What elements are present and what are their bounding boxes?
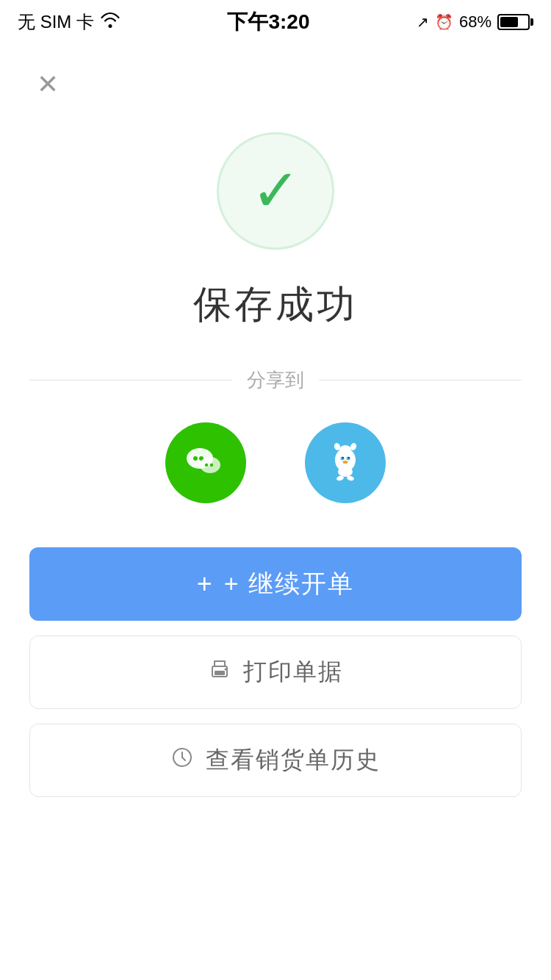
wechat-icon (182, 439, 229, 486)
status-time: 下午3:20 (227, 8, 309, 36)
close-icon: ✕ (37, 71, 59, 98)
no-sim-text: 无 SIM 卡 (18, 10, 94, 34)
action-buttons: + + 继续开单 打印单据 查看销货单历史 (29, 547, 522, 797)
alarm-icon: ⏰ (435, 13, 453, 31)
plus-icon: + (197, 569, 212, 599)
status-bar: 无 SIM 卡 下午3:20 ↗ ⏰ 68% (0, 0, 551, 44)
svg-point-20 (225, 669, 227, 671)
print-button[interactable]: 打印单据 (29, 635, 522, 709)
svg-point-4 (205, 464, 208, 466)
close-button[interactable]: ✕ (29, 66, 66, 103)
share-label: 分享到 (247, 367, 304, 393)
share-icons-row (165, 422, 386, 503)
continue-order-button[interactable]: + + 继续开单 (29, 547, 522, 621)
status-right: ↗ ⏰ 68% (417, 12, 533, 32)
qq-icon (322, 439, 369, 486)
divider-left (29, 380, 232, 381)
share-divider: 分享到 (29, 367, 522, 393)
svg-point-8 (339, 445, 351, 454)
svg-point-9 (341, 457, 345, 461)
status-left: 无 SIM 卡 (18, 10, 120, 34)
continue-order-label: + 继续开单 (224, 567, 354, 601)
svg-point-1 (193, 456, 198, 461)
battery-percent: 68% (459, 12, 491, 32)
svg-point-11 (342, 457, 344, 458)
divider-right (319, 380, 522, 381)
print-icon (208, 657, 231, 687)
checkmark-icon: ✓ (251, 162, 300, 220)
svg-rect-19 (215, 671, 225, 675)
svg-point-13 (343, 461, 348, 464)
qq-share-button[interactable] (305, 422, 386, 503)
wifi-icon (100, 12, 120, 32)
history-icon (170, 746, 194, 775)
success-title: 保存成功 (193, 279, 358, 331)
view-history-button[interactable]: 查看销货单历史 (29, 724, 522, 797)
svg-point-10 (347, 457, 350, 461)
battery-icon (497, 14, 533, 30)
svg-point-7 (338, 466, 353, 477)
svg-point-5 (210, 464, 213, 466)
success-icon-circle: ✓ (217, 132, 334, 250)
print-label: 打印单据 (243, 656, 343, 688)
main-content: ✕ ✓ 保存成功 分享到 (0, 44, 551, 826)
wechat-share-button[interactable] (165, 422, 246, 503)
view-history-label: 查看销货单历史 (206, 744, 381, 777)
svg-point-12 (348, 457, 350, 458)
location-icon: ↗ (417, 13, 429, 31)
